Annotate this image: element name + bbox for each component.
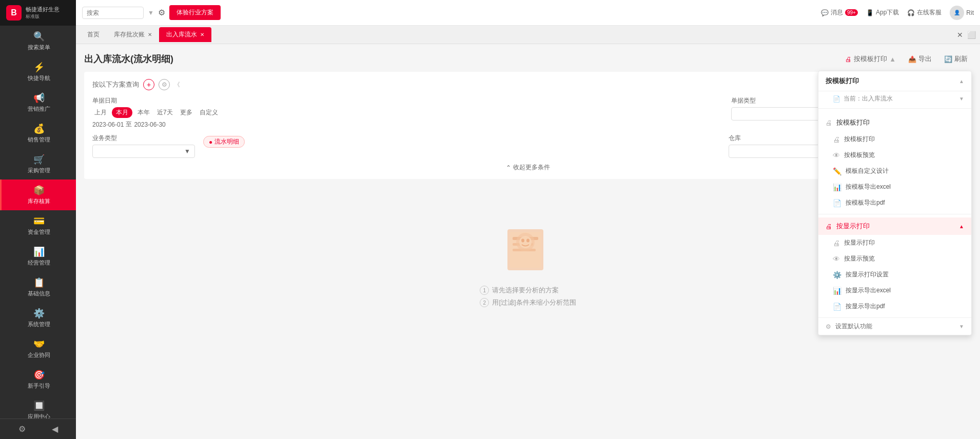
sidebar-item-purchase[interactable]: 🛒 采购管理 (0, 149, 76, 179)
tab-close-all-btn[interactable]: ✕ (957, 31, 963, 39)
template-print-header[interactable]: 🖨 按模板打印 (818, 114, 971, 131)
display-pdf-label: 按显示导出pdf (846, 302, 885, 311)
message-badge: 99+ (845, 9, 858, 16)
settings-gear-btn[interactable]: ⚙ (158, 8, 165, 17)
display-print-header[interactable]: 🖨 按显示打印 ▲ (818, 217, 971, 235)
template-print-section-icon: 🖨 (826, 119, 832, 127)
date-opt-last-month[interactable]: 上月 (92, 107, 109, 118)
app-download-btn[interactable]: 📱 App下载 (866, 8, 899, 17)
customer-service-label: 在线客服 (917, 8, 942, 17)
nav-icon-operations: 📊 (33, 246, 45, 257)
template-print-item-icon: 🖨 (833, 135, 840, 144)
sidebar: B 畅捷通好生意 标准版 🔍 搜索菜单 ⚡ 快捷导航 📢 营销推广 💰 销售管理… (0, 0, 76, 439)
tab-home[interactable]: 首页 (80, 27, 107, 42)
sidebar-item-sales[interactable]: 💰 销售管理 (0, 118, 76, 149)
filter-business-type-label: 业务类型 (92, 134, 195, 143)
tab-close-batch-account[interactable]: ✕ (148, 32, 152, 37)
template-excel-icon: 📊 (833, 183, 841, 191)
sidebar-item-quick-nav[interactable]: ⚡ 快捷导航 (0, 56, 76, 87)
sidebar-item-operations[interactable]: 📊 经营管理 (0, 241, 76, 272)
nav-label-search: 搜索菜单 (28, 44, 50, 51)
filter-add-btn[interactable]: + (143, 79, 154, 90)
customer-service-icon: 🎧 (907, 9, 915, 16)
template-excel-label: 按模板导出excel (846, 183, 891, 191)
nav-icon-enterprise: 🤝 (33, 338, 45, 350)
sidebar-item-finance[interactable]: 💳 资金管理 (0, 210, 76, 241)
page-actions: 🖨 按模板打印 ▲ 📤 导出 🔄 刷新 按模板打印 ▲ (841, 52, 972, 66)
empty-icon-container (497, 214, 559, 275)
tab-label-batch-account: 库存批次账 (114, 30, 145, 39)
template-excel-item[interactable]: 📊 按模板导出excel (818, 179, 971, 195)
dropdown-panel: 按模板打印 ▲ 📄 当前：出入库流水 ▼ 🖨 按模板打印 (818, 71, 972, 335)
set-default-icon: ⚙ (826, 323, 831, 330)
sidebar-item-search[interactable]: 🔍 搜索菜单 (0, 26, 76, 56)
date-opt-this-month[interactable]: 本月 (112, 107, 132, 118)
message-label: 消息 (831, 8, 843, 17)
tab-batch-account[interactable]: 库存批次账✕ (107, 27, 159, 42)
display-print-settings-item[interactable]: ⚙️ 按显示打印设置 (818, 267, 971, 283)
template-pdf-item[interactable]: 📄 按模板导出pdf (818, 195, 971, 211)
logo-badge: 标准版 (26, 13, 60, 20)
app-download-label: App下载 (876, 8, 899, 17)
sidebar-item-enterprise[interactable]: 🤝 企业协同 (0, 333, 76, 364)
collapse-text: 收起更多条件 (513, 163, 550, 172)
display-preview-item[interactable]: 👁 按显示预览 (818, 251, 971, 267)
collapse-icon: ⌃ (506, 164, 511, 171)
nav-label-purchase: 采购管理 (28, 167, 50, 174)
export-label: 导出 (918, 54, 932, 64)
filter-business-type-select[interactable]: ▼ (92, 145, 195, 158)
industry-solution-btn[interactable]: 体验行业方案 (169, 5, 221, 20)
date-opt-this-year[interactable]: 本年 (135, 107, 152, 118)
filter-collapse-left-btn[interactable]: 《 (174, 81, 180, 89)
search-input[interactable] (82, 7, 144, 19)
sidebar-item-basic[interactable]: 📋 基础信息 (0, 272, 76, 303)
refresh-btn[interactable]: 🔄 刷新 (940, 52, 972, 66)
divider-1 (818, 108, 971, 109)
sidebar-collapse-btn[interactable]: ◀ (52, 424, 58, 434)
date-opt-more[interactable]: 更多 (178, 107, 194, 118)
date-opt-custom[interactable]: 自定义 (198, 107, 220, 118)
nav-icon-guide: 🎯 (33, 369, 45, 381)
nav-label-finance: 资金管理 (28, 228, 50, 236)
nav-label-system: 系统管理 (28, 321, 50, 328)
sidebar-item-inventory[interactable]: 📦 库存核算 (0, 179, 76, 210)
filter-date-range: 2023-06-01 至 2023-06-30 (92, 120, 220, 129)
message-btn[interactable]: 💬 消息 99+ (821, 8, 858, 17)
user-profile-btn[interactable]: 👤 Rit (950, 6, 974, 20)
page-content: 出入库流水(流水明细) 🖨 按模板打印 ▲ 📤 导出 🔄 刷新 (76, 44, 980, 439)
display-excel-item[interactable]: 📊 按显示导出excel (818, 283, 971, 298)
filter-filter-tag-group: ● 流水明细 (203, 134, 245, 148)
nav-icon-appcenter: 🔲 (33, 400, 45, 411)
svg-point-7 (521, 239, 524, 243)
sidebar-item-guide[interactable]: 🎯 新手引导 (0, 364, 76, 395)
tab-bar: 首页库存批次账✕出入库流水✕ ✕ ⬜ (76, 26, 980, 44)
sidebar-item-marketing[interactable]: 📢 营销推广 (0, 87, 76, 118)
tab-close-in-out-flow[interactable]: ✕ (200, 32, 204, 37)
display-print-section-label: 按显示打印 (836, 222, 870, 231)
sidebar-item-appcenter[interactable]: 🔲 应用中心 (0, 395, 76, 418)
tab-maximize-btn[interactable]: ⬜ (967, 31, 976, 39)
template-custom-item[interactable]: ✏️ 模板自定义设计 (818, 163, 971, 179)
template-preview-item[interactable]: 👁 按模板预览 (818, 147, 971, 163)
print-template-btn[interactable]: 🖨 按模板打印 ▲ (841, 52, 900, 66)
step-num-2: 2 (480, 298, 489, 307)
dropdown-title: 按模板打印 (826, 76, 859, 86)
filter-date-label: 单据日期 (92, 96, 220, 105)
step-2-text: 用[过滤]条件来缩小分析范围 (492, 298, 576, 307)
print-icon: 🖨 (845, 55, 852, 63)
sidebar-item-system[interactable]: ⚙️ 系统管理 (0, 303, 76, 333)
business-type-dropdown-icon: ▼ (184, 148, 190, 155)
filter-settings-btn[interactable]: ⚙ (159, 79, 170, 90)
date-opt-7days[interactable]: 近7天 (155, 107, 175, 118)
filter-tag[interactable]: ● 流水明细 (203, 136, 245, 148)
tab-in-out-flow[interactable]: 出入库流水✕ (159, 27, 211, 42)
sidebar-settings-btn[interactable]: ⚙ (18, 424, 26, 434)
set-default-footer[interactable]: ⚙ 设置默认功能 ▼ (818, 318, 971, 335)
step-num-1: 1 (480, 286, 489, 295)
template-print-item[interactable]: 🖨 按模板打印 (818, 131, 971, 147)
export-btn[interactable]: 📤 导出 (904, 52, 936, 66)
display-pdf-item[interactable]: 📄 按显示导出pdf (818, 298, 971, 314)
customer-service-btn[interactable]: 🎧 在线客服 (907, 8, 942, 17)
template-pdf-icon: 📄 (833, 199, 841, 207)
display-print-item[interactable]: 🖨 按显示打印 (818, 235, 971, 251)
